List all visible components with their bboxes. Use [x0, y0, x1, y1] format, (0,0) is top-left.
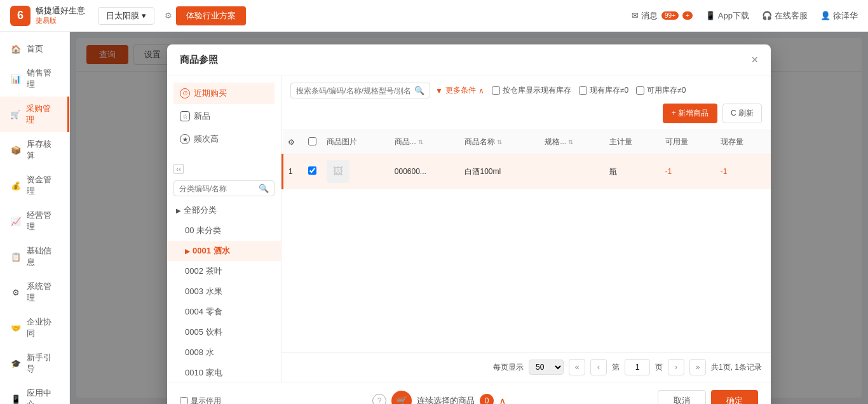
select-all-checkbox[interactable]: [308, 137, 316, 145]
sidebar-item-sales[interactable]: 📊 销售管理: [0, 61, 69, 97]
cat-beverages[interactable]: 0005 饮料: [167, 322, 281, 342]
sidebar-item-purchase[interactable]: 🛒 采购管理: [0, 97, 69, 132]
checkbox-nonzero-available[interactable]: 可用库存≠0: [636, 85, 686, 96]
sidebar-item-guide[interactable]: 🎓 新手引导: [0, 346, 69, 381]
basics-icon: 📋: [10, 251, 22, 262]
cat-all[interactable]: ▶ 全部分类: [167, 200, 281, 220]
product-search-bar[interactable]: 🔍: [290, 83, 430, 98]
company-selector[interactable]: 日太阳膜 ▾: [98, 7, 154, 25]
home-icon: 🏠: [10, 43, 22, 55]
refresh-product-btn[interactable]: C 刷新: [722, 104, 762, 123]
row-name: 白酒100ml: [459, 154, 539, 189]
cat-fruit[interactable]: 0003 水果: [167, 281, 281, 302]
sidebar-item-system[interactable]: ⚙ 系统管理: [0, 274, 69, 310]
search-icon[interactable]: 🔍: [414, 86, 424, 95]
inventory-icon: 📦: [10, 144, 22, 156]
sidebar-item-finance[interactable]: 💰 资金管理: [0, 168, 69, 203]
online-service-btn[interactable]: 🎧 在线客服: [762, 10, 808, 22]
category-search-input[interactable]: [179, 184, 256, 193]
checkbox-by-warehouse[interactable]: 按仓库显示现有库存: [492, 85, 571, 96]
sidebar-item-collab[interactable]: 🤝 企业协同: [0, 310, 69, 346]
search-icon[interactable]: 🔍: [259, 184, 269, 193]
sales-icon: 📊: [10, 73, 22, 84]
tab-recent-purchase[interactable]: ⏱ 近期购买: [173, 83, 275, 104]
product-table-wrapper: ⚙ 商品图片 商品...⇅: [281, 130, 771, 352]
sidebar-item-home[interactable]: 🏠 首页: [0, 37, 69, 61]
col-checkbox: [303, 130, 322, 154]
cat-snacks[interactable]: 0004 零食: [167, 302, 281, 322]
cat-water[interactable]: 0008 水: [167, 342, 281, 363]
apps-icon: 📱: [10, 393, 22, 404]
collapse-icon[interactable]: ∧: [499, 395, 506, 405]
modal-close-btn[interactable]: ×: [751, 53, 758, 67]
row-num: 1: [283, 154, 303, 189]
product-reference-modal: 商品参照 × ⏱ 近期购买 ☆ 新品: [167, 44, 771, 404]
cart-count-badge: 0: [480, 394, 494, 404]
cat-liquor[interactable]: ▶ 0001 酒水: [167, 241, 281, 261]
tab-new-products[interactable]: ☆ 新品: [173, 105, 275, 127]
cat-appliances[interactable]: 0010 家电: [167, 363, 281, 382]
tab-high-frequency[interactable]: ★ 频次高: [173, 128, 275, 150]
settings-icon[interactable]: ⚙: [161, 7, 176, 24]
cart-area: ? 🛒 连续选择的商品 0 ∧: [372, 391, 506, 404]
category-list: ▶ 全部分类 00 未分类 ▶ 0001 酒水 0002 茶: [167, 200, 281, 382]
collab-icon: 🤝: [10, 322, 22, 333]
page-number-input[interactable]: [625, 359, 650, 375]
sidebar-item-operations[interactable]: 📈 经营管理: [0, 203, 69, 239]
row-checkbox[interactable]: [303, 154, 322, 189]
row-available: -1: [660, 154, 715, 189]
col-stock: 现存量: [715, 130, 771, 154]
sidebar-item-basics[interactable]: 📋 基础信息: [0, 239, 69, 274]
sidebar-item-apps[interactable]: 📱 应用中心: [0, 381, 69, 404]
logo-text: 畅捷通好生意: [36, 6, 85, 17]
add-product-btn[interactable]: + 新增商品: [663, 104, 717, 123]
modal-right-panel: 🔍 ▼ 更多条件 ∧ 按仓库显示现有库存: [281, 76, 771, 382]
modal-footer: 显示停用 ? 🛒 连续选择的商品 0 ∧ 取消 确定: [167, 382, 771, 404]
next-page-btn[interactable]: ›: [668, 359, 684, 375]
prev-page-btn[interactable]: ‹: [590, 359, 607, 375]
filter-more-btn[interactable]: ▼ 更多条件 ∧: [435, 85, 484, 96]
operations-icon: 📈: [10, 215, 22, 227]
row-unit: 瓶: [604, 154, 660, 189]
row-stock: -1: [715, 154, 771, 189]
product-search-input[interactable]: [296, 86, 412, 95]
col-code[interactable]: 商品...⇅: [390, 130, 460, 154]
category-search[interactable]: 🔍: [173, 180, 275, 196]
trial-btn[interactable]: 体验行业方案: [176, 6, 246, 25]
last-page-btn[interactable]: »: [689, 359, 706, 375]
show-disabled-checkbox[interactable]: 显示停用: [180, 396, 221, 405]
per-page-select[interactable]: 50 10 20 100: [529, 360, 564, 375]
table-settings-icon[interactable]: ⚙: [288, 138, 295, 147]
col-spec[interactable]: 规格...⇅: [539, 130, 604, 154]
nav-right: ✉ 消息 99+ + 📱 App下载 🎧 在线客服 👤 徐泽华: [632, 10, 858, 22]
row-code: 000600...: [390, 154, 460, 189]
checkbox-nonzero-stock[interactable]: 现有库存≠0: [579, 85, 628, 96]
logo-sub: 捷易版: [36, 16, 85, 25]
logo-icon: 6: [10, 6, 31, 26]
left-arrow-icon[interactable]: ‹‹: [173, 164, 184, 174]
cart-icon[interactable]: 🛒: [391, 391, 412, 404]
col-settings[interactable]: ⚙: [283, 130, 303, 154]
cancel-btn[interactable]: 取消: [658, 390, 706, 404]
first-page-btn[interactable]: «: [569, 359, 585, 375]
confirm-btn[interactable]: 确定: [711, 390, 758, 404]
modal-body: ⏱ 近期购买 ☆ 新品 ★ 频次高: [167, 76, 771, 382]
user-menu[interactable]: 👤 徐泽华: [820, 10, 858, 22]
modal-header: 商品参照 ×: [167, 44, 771, 76]
logo-area: 6 畅捷通好生意 捷易版: [10, 6, 85, 26]
messages-btn[interactable]: ✉ 消息 99+ +: [632, 10, 693, 22]
sidebar: 🏠 首页 📊 销售管理 🛒 采购管理 📦 库存核算 💰 资金管理 📈 经营管理 …: [0, 32, 70, 404]
cat-uncategorized[interactable]: 00 未分类: [167, 220, 281, 241]
table-row[interactable]: 1 🖼 000600... 白酒100ml: [283, 154, 771, 189]
system-icon: ⚙: [10, 286, 22, 298]
page-info: 共1页, 1条记录: [711, 362, 762, 373]
sort-icon-spec: ⇅: [568, 138, 573, 145]
modal-toolbar: 🔍 ▼ 更多条件 ∧ 按仓库显示现有库存: [281, 76, 771, 130]
cat-tea[interactable]: 0002 茶叶: [167, 261, 281, 281]
messages-badge: 99+: [661, 11, 679, 20]
help-icon[interactable]: ?: [372, 394, 386, 404]
sidebar-item-inventory[interactable]: 📦 库存核算: [0, 132, 69, 168]
app-download-btn[interactable]: 📱 App下载: [705, 10, 749, 22]
col-name[interactable]: 商品名称⇅: [459, 130, 539, 154]
finance-icon: 💰: [10, 180, 22, 191]
